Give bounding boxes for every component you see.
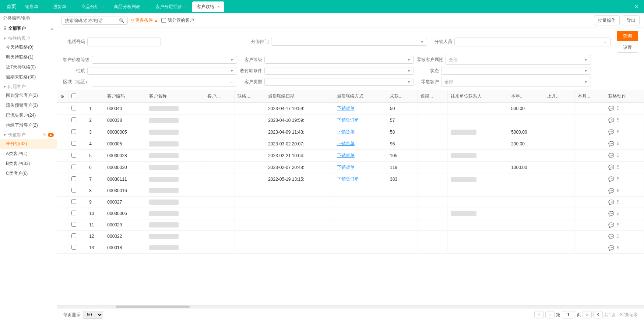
price-level-select[interactable]: ▼ [92,56,237,64]
region-select[interactable]: ··· [92,78,237,87]
col-settings[interactable]: ⚙ [57,90,68,103]
action-grid-icon[interactable]: ⠿ [616,117,620,123]
sidebar-item-class-a[interactable]: A类客户(1) [0,149,57,159]
action-comment-icon[interactable]: 💬 [608,211,614,216]
row-checkbox[interactable] [71,245,76,250]
customer-type-select[interactable]: ▼ [264,78,414,86]
col-checkbox-all[interactable] [68,90,86,103]
action-comment-icon[interactable]: 💬 [608,245,614,251]
col-last-month[interactable]: 上月... [544,90,575,103]
sidebar-item-churn-warning[interactable]: 流失预警客户(3) [0,100,57,110]
col-customer-name[interactable]: 客户名称 [146,90,204,103]
page-input[interactable] [562,311,575,318]
tab-customer-contact[interactable]: 客户联络 × [192,1,224,12]
more-conditions-btn[interactable]: ▽ 更多条件 ▲ [131,17,158,24]
retail-customer-select[interactable]: 全部 ▼ [441,77,591,87]
payment-select[interactable]: ▼ [264,67,414,75]
action-comment-icon[interactable]: 💬 [608,153,614,158]
action-grid-icon[interactable]: ⠿ [616,129,620,135]
refresh-value-customers-icon[interactable]: ↻ [43,133,47,138]
action-grid-icon[interactable]: ⠿ [616,165,620,170]
query-btn[interactable]: 查询 [617,31,638,41]
action-grid-icon[interactable]: ⠿ [616,188,620,194]
action-grid-icon[interactable]: ⠿ [616,153,620,158]
my-customers-check[interactable] [161,18,166,23]
row-checkbox[interactable] [71,153,76,158]
action-comment-icon[interactable]: 💬 [608,176,614,182]
tab-purchase-order[interactable]: 进货单 × [49,1,76,12]
row-checkbox[interactable] [71,141,76,146]
sidebar-item-hoarding-abnormal[interactable]: 囤购异常客户(2) [0,91,57,100]
tab-product-analysis[interactable]: 商品分析 × [77,1,109,12]
sidebar-item-today-pending[interactable]: 今天待联络(0) [0,42,57,52]
collapse-sidebar-icon[interactable]: « [51,26,54,32]
close-sales-order[interactable]: × [41,4,43,9]
action-grid-icon[interactable]: ⠿ [616,245,620,251]
action-comment-icon[interactable]: 💬 [608,234,614,239]
next-page-btn[interactable]: > [583,311,592,318]
col-customer-code[interactable]: 客户编码 [104,90,146,103]
action-grid-icon[interactable]: ⠿ [616,211,620,216]
action-grid-icon[interactable]: ⠿ [616,200,620,205]
col-customer-type[interactable]: 客户... [204,90,235,103]
col-last-contact-method[interactable]: 最后联络方式 [334,90,387,103]
action-grid-icon[interactable]: ⠿ [616,176,620,182]
horizontal-scrollbar[interactable] [57,305,644,308]
sidebar-item-churned[interactable]: 已流失客户(24) [0,110,57,120]
tab-sales-order[interactable]: 销售单 × [21,1,48,12]
col-this-month[interactable]: 本月... [574,90,605,103]
sidebar-item-week-pending[interactable]: 近7天待联络(0) [0,62,57,72]
sidebar-item-class-b[interactable]: B类客户(33) [0,159,57,169]
per-page-select[interactable]: 50 100 200 [83,311,103,319]
close-customer-contact[interactable]: × [217,4,219,9]
export-btn[interactable]: 导出 [623,15,640,25]
main-search-input[interactable] [65,18,117,23]
home-tab[interactable]: 首页 [3,3,20,10]
dept-select[interactable]: ▼ [271,38,427,46]
action-grid-icon[interactable]: ⠿ [616,106,620,111]
action-comment-icon[interactable]: 💬 [608,129,614,135]
action-comment-icon[interactable]: 💬 [608,141,614,147]
row-checkbox[interactable] [71,188,76,193]
col-not-contacted[interactable]: 未联... [387,90,418,103]
nature-select[interactable]: ▼ [87,67,237,75]
row-checkbox[interactable] [71,176,76,181]
col-contact-info[interactable]: 联络... [235,90,265,103]
row-checkbox[interactable] [71,222,76,227]
action-grid-icon[interactable]: ⠿ [616,141,620,147]
status-select[interactable]: ▼ [441,67,591,75]
customer-level-select[interactable]: ▼ [264,56,414,64]
tab-customer-tier[interactable]: 客户分层经营 × [151,1,191,12]
close-purchase-order[interactable]: × [69,4,71,9]
my-customers-checkbox[interactable]: 我分管的客户 [161,17,194,24]
sidebar-item-overdue-pending[interactable]: 逾期未联络(30) [0,72,57,82]
prev-page-btn[interactable]: < [545,311,555,318]
row-checkbox[interactable] [71,199,76,204]
sidebar-item-class-c[interactable]: C类客户(6) [0,169,57,179]
row-checkbox[interactable] [71,211,76,215]
action-grid-icon[interactable]: ⠿ [616,222,620,228]
phone-input[interactable] [87,38,161,46]
close-all-tabs[interactable]: × [632,3,641,10]
sidebar-item-tomorrow-pending[interactable]: 明天待联络(1) [0,52,57,62]
row-checkbox[interactable] [71,165,76,169]
reset-btn[interactable]: 设置 [617,43,638,53]
tab-product-analysis-list[interactable]: 商品分析列表 × [109,1,150,12]
close-customer-tier[interactable]: × [185,4,187,9]
select-all-checkbox[interactable] [71,94,76,98]
action-comment-icon[interactable]: 💬 [608,165,614,170]
action-comment-icon[interactable]: 💬 [608,188,614,194]
first-page-btn[interactable]: K [534,311,544,318]
last-page-btn[interactable]: K [593,311,603,318]
col-unit-contact[interactable]: 往来单位联系人 [448,90,508,103]
action-comment-icon[interactable]: 💬 [608,117,614,123]
row-checkbox[interactable] [71,106,76,110]
sidebar-item-ungrouped[interactable]: 未分组(32) [0,139,57,149]
action-grid-icon[interactable]: ⠿ [616,234,620,239]
retail-attr-select[interactable]: 全部 ▼ [446,55,591,65]
sidebar-search-input[interactable] [3,15,57,21]
close-product-analysis-list[interactable]: × [143,4,145,9]
row-checkbox[interactable] [71,233,76,238]
action-comment-icon[interactable]: 💬 [608,106,614,111]
action-comment-icon[interactable]: 💬 [608,222,614,228]
